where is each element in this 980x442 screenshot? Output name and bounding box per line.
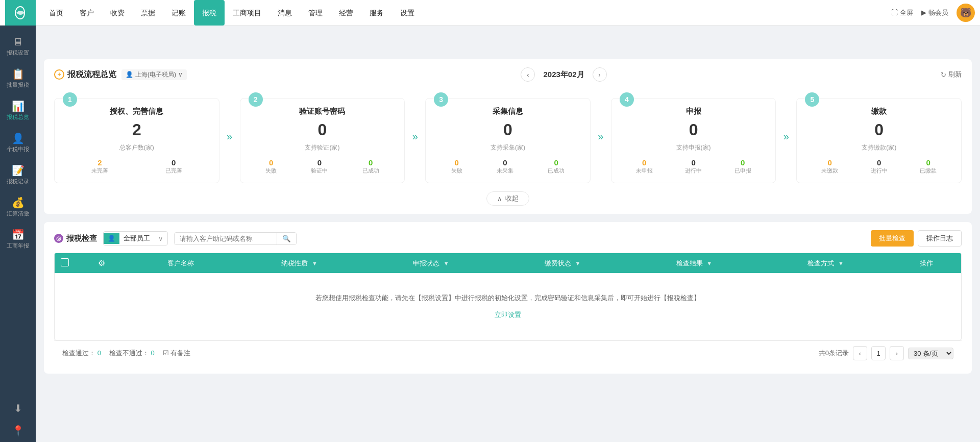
page-current: 1 bbox=[871, 346, 886, 360]
footer-pass-stat: 检查通过： 0 bbox=[62, 349, 101, 358]
sidebar-item-tax-settings[interactable]: 🖥 报税设置 bbox=[0, 31, 36, 63]
staff-filter-icon: 👤 bbox=[104, 233, 119, 244]
staff-filter-arrow-icon[interactable]: ∨ bbox=[154, 233, 167, 244]
flow-stat-3-2: 0 已成功 bbox=[548, 158, 565, 175]
check-section: ◎ 报税检查 👤 全部员工 ∨ 🔍 批量检查 操作日志 bbox=[44, 222, 972, 374]
search-button[interactable]: 🔍 bbox=[277, 233, 296, 244]
flow-stats-5: 0 未缴款 0 进行中 0 已缴款 bbox=[805, 158, 953, 175]
batch-check-button[interactable]: 批量检查 bbox=[871, 230, 914, 247]
overview-header: + 报税流程总览 👤 上海(电子税局) ∨ ‹ 2023年02月 › ↻ 刷新 bbox=[54, 67, 962, 82]
logo[interactable] bbox=[5, 0, 36, 26]
operation-log-button[interactable]: 操作日志 bbox=[918, 230, 962, 247]
settlement-icon: 💰 bbox=[12, 198, 24, 208]
page-size-select[interactable]: 30 条/页 50 条/页 100 条/页 bbox=[908, 348, 953, 359]
sidebar-item-batch-tax[interactable]: 📋 批量报税 bbox=[0, 63, 36, 95]
date-next-btn[interactable]: › bbox=[593, 67, 607, 82]
tax-settings-icon: 🖥 bbox=[13, 37, 23, 47]
check-method-filter-icon[interactable]: ▼ bbox=[838, 260, 844, 266]
nav-invoice[interactable]: 票据 bbox=[133, 0, 163, 26]
gear-icon[interactable]: ⚙ bbox=[98, 259, 105, 267]
check-title-icon: ◎ bbox=[54, 234, 63, 243]
flow-stats-3: 0 失败 0 未采集 0 已成功 bbox=[434, 158, 582, 175]
nav-bookkeeping[interactable]: 记账 bbox=[163, 0, 194, 26]
fullscreen-icon: ⛶ bbox=[891, 9, 898, 16]
th-tax-nature: 纳税性质 ▼ bbox=[234, 253, 365, 273]
footer-fail-stat: 检查不通过： 0 bbox=[109, 349, 155, 358]
nav-fees[interactable]: 收费 bbox=[102, 0, 133, 26]
empty-state: 若您想使用报税检查功能，请先在【报税设置】中进行报税的初始化设置，完成密码验证和… bbox=[55, 273, 961, 340]
tax-nature-filter-icon[interactable]: ▼ bbox=[312, 260, 317, 266]
location-dropdown-icon: ∨ bbox=[178, 71, 183, 78]
sidebar-item-download[interactable]: ⬇ bbox=[12, 397, 24, 420]
nav-message[interactable]: 消息 bbox=[270, 0, 300, 26]
fail-count-link[interactable]: 0 bbox=[151, 349, 154, 357]
flow-card-5: 5 缴款 0 支持缴款(家) 0 未缴款 0 进行中 0 已缴款 bbox=[796, 98, 962, 183]
pagination: 共0条记录 ‹ 1 › 30 条/页 50 条/页 100 条/页 bbox=[819, 346, 953, 360]
avatar[interactable]: 🐻 bbox=[957, 4, 975, 22]
nav-customer[interactable]: 客户 bbox=[71, 0, 102, 26]
sidebar: 🖥 报税设置 📋 批量报税 📊 报税总览 👤 个税申报 📝 报税记录 💰 汇算清… bbox=[0, 26, 36, 442]
check-result-filter-icon[interactable]: ▼ bbox=[706, 260, 712, 266]
tax-overview-icon: 📊 bbox=[12, 101, 24, 111]
flow-stat-3-1: 0 未采集 bbox=[497, 158, 513, 175]
header-checkbox[interactable] bbox=[61, 258, 69, 266]
refresh-btn[interactable]: ↻ 刷新 bbox=[941, 70, 962, 79]
flow-card-number-3: 0 bbox=[434, 120, 582, 139]
flow-stat-label-1-1: 已完善 bbox=[165, 167, 182, 175]
nav-management[interactable]: 管理 bbox=[300, 0, 331, 26]
nav-tax[interactable]: 报税 bbox=[194, 0, 225, 26]
nav-business[interactable]: 工商项目 bbox=[225, 0, 270, 26]
sidebar-item-settlement[interactable]: 💰 汇算清缴 bbox=[0, 191, 36, 224]
flow-cards: 1 授权、完善信息 2 总客户数(家) 2 未完善 0 已完善 » bbox=[54, 90, 962, 183]
flow-stat-label-3-2: 已成功 bbox=[548, 167, 565, 175]
declare-status-filter-icon[interactable]: ▼ bbox=[444, 260, 449, 266]
flow-stat-num-3-0: 0 bbox=[451, 158, 462, 167]
th-declare-status: 申报状态 ▼ bbox=[365, 253, 497, 273]
sidebar-item-location[interactable]: 📍 bbox=[12, 420, 24, 442]
table-scroll[interactable]: 若您想使用报税检查功能，请先在【报税设置】中进行报税的初始化设置，完成密码验证和… bbox=[55, 273, 961, 340]
sidebar-bottom: ⬇ 📍 bbox=[12, 397, 24, 442]
arrow-3: » bbox=[591, 90, 611, 183]
collapse-btn[interactable]: ∧ 收起 bbox=[486, 191, 529, 206]
arrow-2: » bbox=[405, 90, 425, 183]
flow-stat-label-5-1: 进行中 bbox=[871, 167, 888, 175]
fullscreen-btn[interactable]: ⛶ 全屏 bbox=[891, 8, 913, 17]
flow-stat-label-3-0: 失败 bbox=[451, 167, 462, 175]
flow-stat-3-0: 0 失败 bbox=[451, 158, 462, 175]
flow-card-label-5: 支持缴款(家) bbox=[805, 143, 953, 152]
sidebar-item-personal-declare[interactable]: 👤 个税申报 bbox=[0, 127, 36, 159]
refresh-icon: ↻ bbox=[941, 71, 946, 79]
flow-stat-label-5-2: 已缴款 bbox=[920, 167, 937, 175]
nav-operation[interactable]: 经营 bbox=[331, 0, 361, 26]
sidebar-item-tax-record[interactable]: 📝 报税记录 bbox=[0, 159, 36, 191]
nav-home[interactable]: 首页 bbox=[41, 0, 71, 26]
page-next-btn[interactable]: › bbox=[890, 346, 904, 360]
th-check-method: 检查方式 ▼ bbox=[760, 253, 892, 273]
sidebar-item-tax-overview[interactable]: 📊 报税总览 bbox=[0, 95, 36, 127]
total-count: 共0条记录 bbox=[819, 349, 849, 358]
sidebar-item-business-annual[interactable]: 📅 工商年报 bbox=[0, 224, 36, 256]
member-btn[interactable]: ▶ 畅会员 bbox=[921, 8, 948, 17]
page-prev-btn[interactable]: ‹ bbox=[853, 346, 867, 360]
pass-count-link[interactable]: 0 bbox=[97, 349, 101, 357]
pay-status-filter-icon[interactable]: ▼ bbox=[575, 260, 581, 266]
flow-card-title-5: 缴款 bbox=[805, 107, 953, 116]
step-badge-4: 4 bbox=[620, 92, 634, 107]
flow-stat-num-5-0: 0 bbox=[821, 158, 838, 167]
flow-card-number-4: 0 bbox=[620, 120, 768, 139]
flow-stat-num-4-0: 0 bbox=[636, 158, 653, 167]
search-input[interactable] bbox=[175, 233, 277, 244]
location-tag[interactable]: 👤 上海(电子税局) ∨ bbox=[121, 69, 187, 80]
date-prev-btn[interactable]: ‹ bbox=[521, 67, 535, 82]
date-nav: ‹ 2023年02月 › bbox=[521, 67, 606, 82]
setup-link[interactable]: 立即设置 bbox=[495, 311, 521, 318]
arrow-icon-1: » bbox=[227, 131, 232, 142]
flow-stat-num-2-2: 0 bbox=[362, 158, 379, 167]
th-checkbox bbox=[55, 253, 75, 273]
nav-service[interactable]: 服务 bbox=[361, 0, 392, 26]
flow-stat-4-0: 0 未申报 bbox=[636, 158, 653, 175]
nav-settings[interactable]: 设置 bbox=[392, 0, 423, 26]
staff-filter[interactable]: 👤 全部员工 ∨ bbox=[103, 231, 168, 245]
business-annual-icon: 📅 bbox=[12, 230, 24, 240]
flow-card-number-1: 2 bbox=[63, 120, 211, 139]
